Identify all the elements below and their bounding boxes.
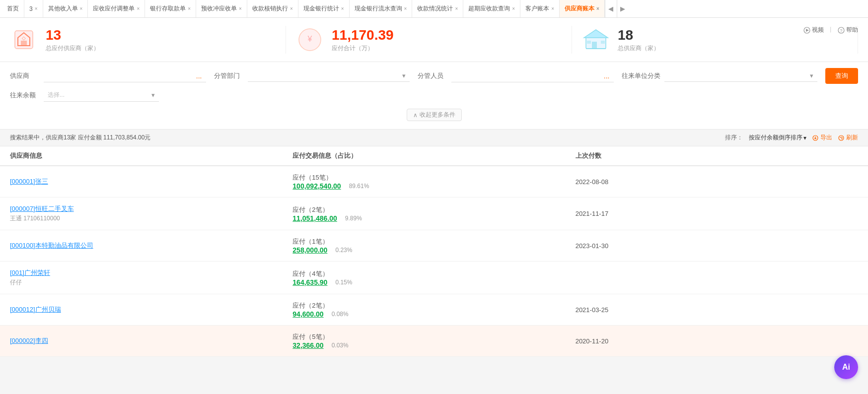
filter-category: 往来单位分类 ▾ xyxy=(622,70,818,82)
query-button[interactable]: 查询 xyxy=(825,68,858,84)
last-pay-2: 2023-01-30 xyxy=(576,242,858,250)
nav-tab-adjust[interactable]: 应收应付调整单 × xyxy=(88,0,145,18)
nav-tab-collectstat[interactable]: 收款情况统计 × xyxy=(412,0,463,18)
supplier-icon: ◇ xyxy=(10,26,38,54)
balance-select[interactable]: 选择... ▾ xyxy=(44,89,159,102)
collapse-label: 收起更多条件 xyxy=(420,111,455,119)
collapse-button[interactable]: ∧ 收起更多条件 xyxy=(407,109,462,121)
top-nav: 首页 3 × 其他收入单 × 应收应付调整单 × 银行存取款单 × 预收冲应收单… xyxy=(0,0,868,18)
close-icon[interactable]: × xyxy=(137,6,140,11)
tx-label-5: 应付（5笔） xyxy=(292,332,575,341)
close-icon[interactable]: × xyxy=(35,6,38,11)
export-button[interactable]: 导出 xyxy=(812,133,832,142)
card2-content: 11,170.39 应付合计（万） xyxy=(332,27,562,53)
nav-tab-overdue[interactable]: 超期应收款查询 × xyxy=(463,0,520,18)
supplier-sub-1: 王通 17106110000 xyxy=(10,214,292,223)
results-summary-text: 搜索结果中，供应商13家 应付金额 111,703,854.00元 xyxy=(10,133,150,142)
category-select[interactable]: ▾ xyxy=(664,70,818,82)
close-icon[interactable]: × xyxy=(239,6,242,11)
supplier-info-3: [001]广州荣轩 仔仔 xyxy=(10,268,292,287)
nav-arrow-right[interactable]: ▶ xyxy=(617,0,629,18)
table-row: [000012]广州贝瑞 应付（2笔） 94,600.00 0.08% 2021… xyxy=(0,294,868,326)
tx-amount-2[interactable]: 258,000.00 xyxy=(292,246,327,254)
supplier-info-4: [000012]广州贝瑞 xyxy=(10,305,292,314)
transaction-info-0: 应付（15笔） 100,092,540.00 89.61% xyxy=(292,173,575,190)
sort-label: 排序： xyxy=(725,133,743,142)
ai-button[interactable]: Ai xyxy=(834,355,858,357)
supplier-link-1[interactable]: [000007]恒旺二手叉车 xyxy=(10,204,292,213)
supplier-input[interactable]: ... xyxy=(44,70,206,82)
supplier-link-4[interactable]: [000012]广州贝瑞 xyxy=(10,305,292,314)
nav-tab-home[interactable]: 首页 xyxy=(2,0,24,18)
nav-tab-verify[interactable]: 收款核销执行 × xyxy=(247,0,298,18)
nav-tab-cashflow[interactable]: 现金银行流水查询 × xyxy=(350,0,413,18)
refresh-button[interactable]: 刷新 xyxy=(838,133,858,142)
sort-value: 按应付余额倒序排序 xyxy=(749,133,802,142)
close-icon[interactable]: × xyxy=(551,6,554,11)
nav-tab-prepay[interactable]: 预收冲应收单 × xyxy=(196,0,247,18)
supplier-link-5[interactable]: [000002]李四 xyxy=(10,336,292,345)
nav-tab-bank[interactable]: 银行存取款单 × xyxy=(145,0,196,18)
close-icon[interactable]: × xyxy=(188,6,191,11)
close-icon[interactable]: × xyxy=(290,6,293,11)
collapse-icon: ∧ xyxy=(413,112,418,119)
close-icon[interactable]: × xyxy=(596,6,599,11)
tx-pct-4: 0.08% xyxy=(332,311,349,318)
summary-card-amount: ¥ 11,170.39 应付合计（万） xyxy=(286,26,572,54)
person-input[interactable]: ... xyxy=(451,70,614,82)
summary-card-suppliers: ◇ 13 总应付供应商（家） xyxy=(10,26,286,54)
tx-amount-5[interactable]: 32,366.00 xyxy=(292,341,323,349)
card2-number: 11,170.39 xyxy=(332,27,562,44)
results-bar: 搜索结果中，供应商13家 应付金额 111,703,854.00元 排序： 按应… xyxy=(0,130,868,146)
tx-amount-3[interactable]: 164,635.90 xyxy=(292,278,327,286)
tx-pct-3: 0.15% xyxy=(335,279,352,286)
video-link[interactable]: 视频 xyxy=(803,26,824,34)
table-row: [000002]李四 应付（5笔） 32,366.00 0.03% 2020-1… xyxy=(0,326,868,357)
tx-amount-1[interactable]: 11,051,486.00 xyxy=(292,214,337,222)
sort-select[interactable]: 按应付余额倒序排序 ▾ xyxy=(749,133,806,142)
person-dots-icon[interactable]: ... xyxy=(604,72,610,80)
nav-tab-3[interactable]: 3 × xyxy=(24,0,43,18)
supplier-link-0[interactable]: [000001]张三 xyxy=(10,177,292,186)
table-row: [000007]恒旺二手叉车 王通 17106110000 应付（2笔） 11,… xyxy=(0,197,868,230)
filter-balance: 往来余额 选择... ▾ xyxy=(10,89,159,102)
table-row: [001]广州荣轩 仔仔 应付（4笔） 164,635.90 0.15% xyxy=(0,262,868,294)
svg-marker-13 xyxy=(806,29,809,32)
close-icon[interactable]: × xyxy=(341,6,344,11)
tx-pct-2: 0.23% xyxy=(335,247,352,254)
last-pay-1: 2021-11-17 xyxy=(576,210,858,217)
nav-tab-income[interactable]: 其他收入单 × xyxy=(43,0,88,18)
close-icon[interactable]: × xyxy=(512,6,515,11)
close-icon[interactable]: × xyxy=(404,6,407,11)
card2-label: 应付合计（万） xyxy=(332,44,562,53)
supplier-link-3[interactable]: [001]广州荣轩 xyxy=(10,268,292,277)
svg-rect-8 xyxy=(592,42,597,49)
filter-supplier: 供应商 ... xyxy=(10,70,206,82)
supplier-link-2[interactable]: [000100]本特勤油品有限公司 xyxy=(10,241,292,250)
tx-label-0: 应付（15笔） xyxy=(292,173,575,182)
nav-tab-custbook[interactable]: 客户账本 × xyxy=(520,0,560,18)
nav-tab-supplierbook[interactable]: 供应商账本 × xyxy=(560,0,605,18)
amount-icon: ¥ xyxy=(296,26,324,54)
summary-section: ◇ 13 总应付供应商（家） ¥ 11,170.39 应付合计（万） xyxy=(0,18,868,62)
collapse-bar: ∧ 收起更多条件 xyxy=(10,107,858,125)
nav-tab-verify-label: 收款核销执行 xyxy=(252,4,288,13)
balance-label: 往来余额 xyxy=(10,91,40,100)
tx-label-2: 应付（1笔） xyxy=(292,237,575,246)
close-icon[interactable]: × xyxy=(455,6,458,11)
close-icon[interactable]: × xyxy=(80,6,83,11)
supplier-dots-icon[interactable]: ... xyxy=(196,72,202,80)
tx-label-1: 应付（2笔） xyxy=(292,205,575,214)
help-link[interactable]: ? 帮助 xyxy=(838,26,858,34)
dept-select[interactable]: ▾ xyxy=(248,70,410,82)
nav-arrow-left[interactable]: ◀ xyxy=(605,0,617,18)
filter-dept: 分管部门 ▾ xyxy=(214,70,410,82)
tx-amount-0[interactable]: 100,092,540.00 xyxy=(292,182,341,190)
nav-tab-cashstat[interactable]: 现金银行统计 × xyxy=(298,0,350,18)
nav-tab-custbook-label: 客户账本 xyxy=(525,4,549,13)
supplier-info-2: [000100]本特勤油品有限公司 xyxy=(10,241,292,250)
col-header-lastpay: 上次付数 xyxy=(576,151,858,160)
table-section: 供应商信息 应付交易信息（占比） 上次付数 [000001]张三 应付（15笔）… xyxy=(0,146,868,357)
nav-tab-collectstat-label: 收款情况统计 xyxy=(417,4,453,13)
tx-amount-4[interactable]: 94,600.00 xyxy=(292,310,323,318)
